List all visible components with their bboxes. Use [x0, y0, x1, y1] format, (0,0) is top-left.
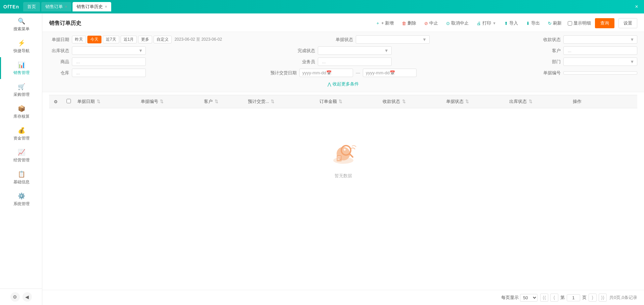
tab-sales-order-history[interactable]: 销售订单历史 × [73, 2, 111, 11]
svg-rect-6 [338, 156, 341, 157]
expected-date-to-input[interactable]: yyyy-mm-dd 📅 [363, 69, 417, 77]
sidebar-item-quick-nav[interactable]: ⚡ 快捷导航 [0, 35, 42, 57]
salesperson-label: 业务员 [295, 59, 315, 65]
order-status-select[interactable]: ▼ [356, 35, 430, 44]
customer-input[interactable]: ... [563, 46, 637, 55]
svg-rect-8 [338, 159, 340, 160]
brand-text: OfTEn [3, 4, 19, 9]
tab-sales-order-history-close[interactable]: × [105, 4, 107, 9]
delete-button[interactable]: 🗑 删除 [400, 19, 418, 28]
col-date[interactable]: 单据日期 ⇅ [75, 95, 138, 108]
col-expected-date[interactable]: 预计交货... ⇅ [245, 95, 317, 108]
query-button[interactable]: 查询 [595, 18, 614, 28]
col-order-status[interactable]: 单据状态 ⇅ [443, 95, 507, 108]
window-close-button[interactable]: × [633, 3, 641, 11]
col-date-sort-icon[interactable]: ⇅ [97, 99, 100, 104]
warehouse-input[interactable]: ... [72, 69, 146, 77]
col-amount[interactable]: 订单金额 ⇅ [317, 95, 380, 108]
date-yesterday-btn[interactable]: 昨天 [72, 36, 86, 43]
table-head: ⚙ 单据日期 ⇅ 单据编号 ⇅ [49, 95, 637, 108]
date-custom-btn[interactable]: 自定义 [154, 36, 172, 43]
col-amount-sort-icon[interactable]: ⇅ [339, 99, 342, 104]
export-button[interactable]: ⬇ 导出 [524, 19, 542, 28]
next-page-button[interactable]: ⟩ [589, 294, 597, 302]
col-order-status-sort-icon[interactable]: ⇅ [465, 99, 469, 104]
setting-button[interactable]: 设置 [618, 18, 637, 28]
warehouse-dots[interactable]: ... [76, 70, 80, 75]
stop-label: 中止 [429, 20, 438, 26]
date-today-btn[interactable]: 今天 [87, 36, 101, 43]
collapse-button[interactable]: ⋀ 收起更多条件 [49, 80, 637, 88]
sidebar-label-basic-info: 基础信息 [13, 179, 30, 185]
col-number[interactable]: 单据编号 ⇅ [138, 95, 202, 108]
import-button[interactable]: ⬆ 导入 [502, 19, 520, 28]
col-payment-status[interactable]: 收款状态 ⇅ [380, 95, 443, 108]
col-customer-sort-icon[interactable]: ⇅ [215, 99, 218, 104]
tab-sales-order-close[interactable]: × [65, 4, 67, 9]
sidebar-collapse-icon[interactable]: ◀ [23, 292, 32, 302]
col-number-label: 单据编号 [141, 99, 158, 104]
product-dots[interactable]: ... [76, 59, 80, 64]
sidebar-item-operations[interactable]: 📈 经营管理 [0, 145, 42, 166]
expected-date-from-calendar-icon[interactable]: 📅 [326, 70, 332, 75]
last-page-button[interactable]: ⟩⟩ [599, 294, 607, 302]
col-delivery-status-sort-icon[interactable]: ⇅ [529, 99, 532, 104]
sales-mgmt-icon: 📊 [18, 61, 25, 69]
salesperson-input[interactable]: ... [318, 58, 392, 66]
sidebar-item-search-menu[interactable]: 🔍 搜索菜单 [0, 13, 42, 35]
col-delivery-status[interactable]: 出库状态 ⇅ [507, 95, 570, 108]
filter-row-2: 出库状态 ▼ 完成状态 ▼ 客户 ... [49, 46, 637, 55]
col-actions: 操作 [570, 95, 637, 108]
date-7days-btn[interactable]: 近7天 [103, 36, 119, 43]
salesperson-dots[interactable]: ... [322, 59, 326, 64]
sidebar-settings-icon[interactable]: ⚙ [10, 292, 20, 302]
col-number-sort-icon[interactable]: ⇅ [160, 99, 164, 104]
col-expected-date-sort-icon[interactable]: ⇅ [271, 99, 274, 104]
col-amount-label: 订单金额 [319, 99, 337, 104]
cancel-stop-button[interactable]: ⊙ 取消中止 [444, 19, 471, 28]
expected-date-from-input[interactable]: yyyy-mm-dd 📅 [299, 69, 353, 77]
completion-status-select[interactable]: ▼ [318, 46, 392, 55]
sidebar-item-sys-mgmt[interactable]: ⚙️ 系统管理 [0, 188, 42, 210]
cancel-stop-icon: ⊙ [446, 21, 450, 26]
select-all-checkbox[interactable] [67, 99, 71, 103]
print-button[interactable]: 🖨 打印 ▼ [475, 19, 498, 28]
table-checkbox-col[interactable] [62, 95, 75, 108]
stop-button[interactable]: ⊘ 中止 [422, 19, 440, 28]
sidebar-item-inventory[interactable]: 📦 库存核算 [0, 101, 42, 123]
display-detail-checkbox[interactable] [568, 21, 572, 26]
sidebar-item-basic-info[interactable]: 📋 基础信息 [0, 166, 42, 188]
basic-info-icon: 📋 [18, 170, 25, 178]
finance-icon: 💰 [18, 127, 25, 134]
customer-dots[interactable]: ... [568, 48, 571, 53]
table-settings-col[interactable]: ⚙ [49, 95, 62, 108]
order-number-input[interactable] [563, 71, 637, 75]
refresh-icon: ↻ [548, 21, 552, 26]
sidebar-item-sales-mgmt[interactable]: 📊 销售管理 [0, 57, 42, 79]
date-1month-btn[interactable]: 近1月 [121, 36, 137, 43]
table-settings-icon[interactable]: ⚙ [54, 99, 58, 104]
page-number-input[interactable] [567, 294, 580, 301]
sidebar-item-purchase-mgmt[interactable]: 🛒 采购管理 [0, 79, 42, 101]
delivery-status-select[interactable]: ▼ [72, 46, 146, 55]
refresh-button[interactable]: ↻ 刷新 [546, 19, 564, 28]
display-detail-toggle[interactable]: 显示明细 [568, 20, 591, 26]
department-select[interactable]: ▼ [563, 58, 637, 66]
product-input[interactable]: ... [72, 58, 146, 66]
collapse-arrow-icon: ⋀ [328, 82, 331, 87]
col-payment-status-sort-icon[interactable]: ⇅ [402, 99, 406, 104]
date-more-btn[interactable]: 更多 [138, 36, 152, 43]
per-page-select[interactable]: 50 10 20 100 [520, 294, 538, 302]
expected-date-to-calendar-icon[interactable]: 📅 [390, 70, 395, 75]
col-customer[interactable]: 客户 ⇅ [201, 95, 245, 108]
tab-sales-order[interactable]: 销售订单 × [41, 2, 71, 11]
sidebar-item-finance[interactable]: 💰 资金管理 [0, 123, 42, 145]
add-button[interactable]: ＋ + 新增 [374, 19, 396, 28]
sidebar-label-sys-mgmt: 系统管理 [13, 201, 30, 207]
tab-home[interactable]: 首页 [23, 2, 40, 11]
sidebar-label-quick-nav: 快捷导航 [13, 48, 30, 54]
payment-status-select[interactable]: ▼ [563, 35, 637, 44]
add-icon: ＋ [376, 20, 380, 26]
first-page-button[interactable]: ⟨⟨ [540, 294, 548, 302]
prev-page-button[interactable]: ⟨ [550, 294, 558, 302]
